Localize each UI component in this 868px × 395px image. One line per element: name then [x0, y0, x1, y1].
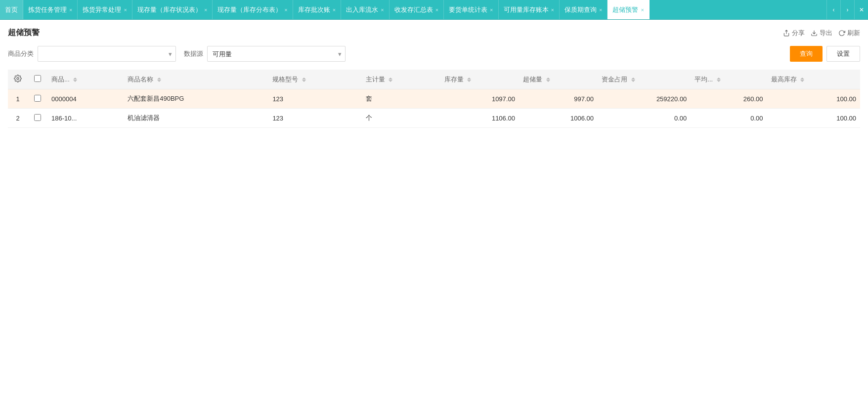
row-number: 2 [8, 109, 28, 128]
product-name: 六配套新昌490BPG [124, 89, 268, 109]
row-checkbox[interactable] [34, 95, 41, 102]
category-label: 商品分类 [8, 49, 34, 58]
nav-tab-label: 现存量（库存分布表） [217, 5, 282, 14]
gear-icon[interactable] [14, 75, 22, 82]
over-stock-qty: 1006.00 [519, 109, 598, 128]
nav-tab-keyongliang[interactable]: 可用量库存账本 × [499, 0, 560, 19]
close-icon[interactable]: × [551, 7, 554, 13]
nav-tab-jianhuoyichang[interactable]: 拣货异常处理 × [78, 0, 132, 19]
close-icon[interactable]: × [490, 7, 493, 13]
th-over-stock: 超储量 [519, 70, 598, 89]
nav-tab-label: 超储预警 [612, 5, 638, 14]
row-checkbox-cell [28, 109, 47, 128]
th-settings [8, 70, 28, 89]
th-product-code: 商品... [47, 70, 124, 89]
nav-tab-shoufacun[interactable]: 收发存汇总表 × [390, 0, 444, 19]
select-all-checkbox[interactable] [34, 75, 41, 82]
th-checkbox [28, 70, 47, 89]
max-stock: 100.00 [767, 89, 860, 109]
sort-icon [631, 78, 635, 82]
sort-icon [389, 78, 392, 82]
nav-tab-label: 要货单统计表 [449, 5, 487, 14]
page-title: 超储预警 [8, 28, 40, 38]
product-unit: 个 [362, 109, 440, 128]
product-code: 0000004 [47, 89, 124, 109]
nav-arrow-left[interactable]: ‹ [826, 0, 840, 20]
close-icon[interactable]: × [124, 7, 127, 13]
nav-tab-xiancunliang2[interactable]: 现存量（库存分布表） × [213, 0, 293, 19]
category-select[interactable] [38, 46, 176, 62]
sort-icon [467, 78, 471, 82]
nav-tab-chaochu[interactable]: 超储预警 × [608, 0, 649, 19]
nav-tab-yaohuo[interactable]: 要货单统计表 × [444, 0, 498, 19]
avg-value: 0.00 [691, 109, 767, 128]
filter-area: 商品分类 ▾ 数据源 可用量 ▾ 查询 设置 [8, 46, 860, 62]
row-checkbox[interactable] [34, 114, 41, 121]
table-row: 2 186-10... 机油滤清器 123 个 1106.00 1006.00 … [8, 109, 860, 128]
nav-arrow-more[interactable]: ✕ [854, 0, 868, 20]
nav-arrow-right[interactable]: › [840, 0, 854, 20]
datasource-select-wrapper: 可用量 ▾ [207, 46, 346, 62]
capital-used: 0.00 [598, 109, 691, 128]
filter-buttons: 查询 设置 [790, 46, 860, 62]
close-icon[interactable]: × [381, 7, 384, 13]
product-unit: 套 [362, 89, 440, 109]
datasource-select[interactable]: 可用量 [207, 46, 346, 62]
sort-icon [302, 78, 306, 82]
nav-tab-label: 拣货异常处理 [83, 5, 121, 14]
export-button[interactable]: 导出 [811, 29, 832, 38]
row-number: 1 [8, 89, 28, 109]
close-icon[interactable]: × [284, 7, 287, 13]
close-icon[interactable]: × [641, 7, 644, 13]
sort-icon [800, 78, 804, 82]
datasource-filter-group: 数据源 可用量 ▾ [184, 46, 346, 62]
product-code: 186-10... [47, 109, 124, 128]
stock-qty: 1106.00 [440, 109, 519, 128]
over-stock-qty: 997.00 [519, 89, 598, 109]
close-icon[interactable]: × [204, 7, 207, 13]
export-icon [811, 30, 818, 37]
product-spec: 123 [268, 109, 361, 128]
share-label: 分享 [792, 29, 805, 38]
nav-tab-jianhuorenwu[interactable]: 拣货任务管理 × [23, 0, 78, 19]
category-select-wrapper: ▾ [38, 46, 176, 62]
header-actions: 分享 导出 刷新 [783, 29, 860, 38]
nav-tab-label: 收发存汇总表 [394, 5, 433, 14]
nav-tab-baozhi[interactable]: 保质期查询 × [560, 0, 608, 19]
stock-qty: 1097.00 [440, 89, 519, 109]
settings-button[interactable]: 设置 [826, 46, 860, 62]
th-capital: 资金占用 [598, 70, 691, 89]
nav-tab-label: 保质期查询 [564, 5, 597, 14]
page-content: 超储预警 分享 导出 刷新 商品 [0, 20, 868, 395]
nav-tab-churukuliushui[interactable]: 出入库流水 × [341, 0, 389, 19]
nav-arrows: ‹ › ✕ [826, 0, 868, 20]
sort-icon [717, 78, 721, 82]
sort-icon [546, 78, 550, 82]
nav-tab-label: 库存批次账 [298, 5, 330, 14]
product-spec: 123 [268, 89, 361, 109]
capital-used: 259220.00 [598, 89, 691, 109]
close-icon[interactable]: × [599, 7, 602, 13]
th-spec: 规格型号 [268, 70, 361, 89]
th-unit: 主计量 [362, 70, 440, 89]
close-icon[interactable]: × [435, 7, 438, 13]
nav-home-label: 首页 [5, 5, 18, 14]
nav-tab-kucunpizhang[interactable]: 库存批次账 × [293, 0, 341, 19]
row-checkbox-cell [28, 89, 47, 109]
share-button[interactable]: 分享 [783, 29, 805, 38]
share-icon [783, 30, 790, 37]
data-table: 商品... 商品名称 规格型号 [8, 70, 860, 128]
refresh-icon [838, 30, 845, 37]
top-navigation: 首页 拣货任务管理 × 拣货异常处理 × 现存量（库存状况表） × 现存量（库存… [0, 0, 868, 20]
datasource-label: 数据源 [184, 49, 203, 58]
close-icon[interactable]: × [333, 7, 336, 13]
nav-home[interactable]: 首页 [0, 0, 23, 19]
nav-tab-xiancunliang1[interactable]: 现存量（库存状况表） × [132, 0, 213, 19]
refresh-button[interactable]: 刷新 [838, 29, 860, 38]
query-button[interactable]: 查询 [790, 46, 823, 62]
close-icon[interactable]: × [69, 7, 72, 13]
sort-icon [73, 78, 77, 82]
th-avg: 平均... [691, 70, 767, 89]
svg-point-0 [17, 78, 19, 79]
page-header: 超储预警 分享 导出 刷新 [8, 28, 860, 38]
